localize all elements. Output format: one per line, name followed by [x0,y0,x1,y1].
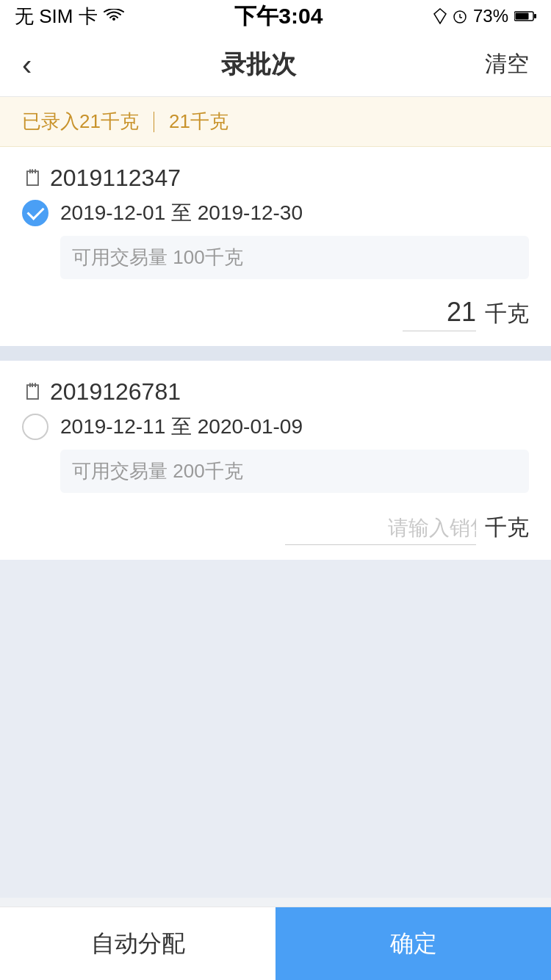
auto-distribute-button[interactable]: 自动分配 [0,907,276,980]
batch-item-1: 🗒 2019112347 2019-12-01 至 2019-12-30 可用交… [0,147,551,346]
batch-qty-area-1: 21 千克 [22,291,529,331]
document-icon-1: 🗒 [22,166,44,191]
svg-rect-4 [534,14,536,18]
status-right: 73% [433,6,536,26]
svg-rect-5 [515,13,528,20]
batch-qty-unit-2: 千克 [485,513,529,543]
wifi-icon [104,9,124,24]
batch-qty-area-2: 千克 [22,505,529,545]
batch-date-2: 2019-12-11 至 2020-01-09 [60,413,303,441]
empty-area [0,560,551,898]
batch-available-1: 可用交易量 100千克 [60,236,529,279]
battery-icon [514,10,536,22]
batch-item-2: 🗒 2019126781 2019-12-11 至 2020-01-09 可用交… [0,361,551,560]
summary-banner: 已录入21千克 21千克 [0,97,551,147]
battery-text: 73% [473,6,508,26]
batch-id-row-1: 🗒 2019112347 [22,165,529,192]
location-icon [433,8,447,24]
summary-label: 已录入21千克 [22,109,139,134]
batch-available-2: 可用交易量 200千克 [60,450,529,493]
batch-qty-unit-1: 千克 [485,299,529,329]
batch-qty-value-1: 21 [447,297,476,328]
status-time: 下午3:04 [234,1,323,32]
batch-date-row-1[interactable]: 2019-12-01 至 2019-12-30 [22,199,529,227]
batch-date-row-2[interactable]: 2019-12-11 至 2020-01-09 [22,413,529,441]
summary-divider [154,112,154,132]
clear-button[interactable]: 清空 [485,49,529,79]
bottom-bar: 自动分配 确定 [0,907,551,980]
alarm-icon [453,8,467,24]
batch-id-row-2: 🗒 2019126781 [22,378,529,406]
batch-checkbox-1[interactable] [22,200,48,226]
status-left: 无 SIM 卡 [15,4,124,29]
page-title: 录批次 [221,48,296,82]
confirm-button[interactable]: 确定 [276,907,551,980]
section-divider [0,346,551,361]
batch-date-1: 2019-12-01 至 2019-12-30 [60,199,303,227]
back-button[interactable]: ‹ [22,50,32,79]
batch-checkbox-2[interactable] [22,414,48,440]
document-icon-2: 🗒 [22,380,44,405]
batch-qty-input-2[interactable] [388,511,476,541]
batch-id-1: 2019112347 [50,165,181,192]
batch-id-2: 2019126781 [50,378,181,406]
summary-value: 21千克 [169,109,228,134]
no-sim-text: 无 SIM 卡 [15,4,98,29]
status-bar: 无 SIM 卡 下午3:04 73% [0,0,551,32]
nav-bar: ‹ 录批次 清空 [0,32,551,97]
